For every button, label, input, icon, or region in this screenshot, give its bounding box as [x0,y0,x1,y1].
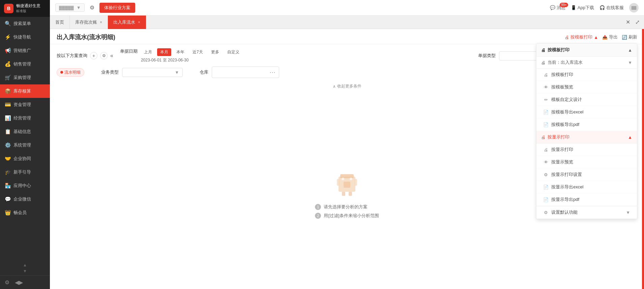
sidebar-item-member[interactable]: 👑 畅会员 [0,206,50,219]
filter-settings-button[interactable]: ⚙ [100,52,108,59]
date-btn-current-year[interactable]: 本年 [173,48,187,56]
panel-item-display-pdf[interactable]: 📄 按显示导出pdf [536,193,637,206]
sidebar-item-label: 营销推广 [13,48,31,54]
message-badge: 99+ [560,3,568,7]
date-btn-custom[interactable]: 自定义 [224,48,242,56]
sidebar-item-wechat[interactable]: 💬 企业微信 [0,192,50,206]
top-bar-left: ▓▓▓▓▓ ▼ ⚙ 体验行业方案 [55,3,546,13]
sidebar-item-label: 畅会员 [13,210,27,216]
sidebar-item-operation[interactable]: 📊 经营管理 [0,111,50,125]
user-selector[interactable]: ▓▓▓▓▓ ▼ [55,3,85,12]
scroll-up-arrow[interactable]: ▲ [22,262,28,268]
template-pdf-label: 按模板导出pdf [551,122,579,128]
refresh-button[interactable]: 🔄 刷新 [622,34,637,40]
svg-rect-2 [344,182,350,188]
page-title: 出入库流水(流水明细) [57,33,115,41]
gear-button[interactable]: ⚙ [87,3,97,12]
refresh-icon: 🔄 [622,35,627,40]
sidebar-item-finance[interactable]: 💳 资金管理 [0,98,50,111]
collapse-more-button[interactable]: ∧ 收起更多条件 [333,83,361,89]
tab-batch-account-close[interactable]: × [100,20,102,25]
tip-num-2: 2 [315,213,321,219]
panel-item-template-preview[interactable]: 👁 按模板预览 [536,81,637,94]
tab-flow[interactable]: 出入库流水 × [108,16,146,29]
display-excel-icon: 📄 [543,185,549,190]
sidebar-item-basic[interactable]: 📋 基础信息 [0,125,50,138]
sidebar-item-marketing[interactable]: 📢 营销推广 [0,44,50,57]
warehouse-select[interactable]: ⋯ [212,67,279,78]
default-settings-label: 设置默认功能 [551,209,578,215]
collapse-button[interactable]: « [110,53,113,59]
sidebar-item-newbie[interactable]: 🎓 新手引导 [0,165,50,179]
date-btn-current-month[interactable]: 本月 [157,48,171,56]
sidebar-item-appstore[interactable]: 🏪 应用中心 [0,179,50,192]
settings-bottom-icon[interactable]: ⚙ [5,279,9,286]
sidebar-item-label: 搜索菜单 [13,21,31,27]
panel-footer-default[interactable]: ⚙ 设置默认功能 ▼ [536,206,637,219]
panel-item-template-pdf[interactable]: 📄 按模板导出pdf [536,119,637,131]
scroll-down-arrow[interactable]: ▼ [22,268,28,274]
panel-group-header-display[interactable]: 🖨 按显示打印 ▲ [536,131,637,143]
wechat-icon: 💬 [5,196,11,202]
print-button[interactable]: 🖨 按模板打印 ▲ [565,34,598,40]
purchase-icon: 🛒 [5,75,11,81]
toggle-sidebar-icon[interactable]: ◀▶ [15,279,23,286]
display-preview-label: 按显示预览 [551,159,573,165]
tip-num-1: 1 [315,204,321,210]
panel-item-display-print[interactable]: 🖨 按显示打印 [536,143,637,156]
template-excel-label: 按模板导出excel [551,109,583,115]
message-icon: 💬 [550,5,555,10]
basic-icon: 📋 [5,129,11,135]
tab-batch-account[interactable]: 库存批次账 × [70,16,108,29]
sidebar-item-purchase[interactable]: 🛒 采购管理 [0,71,50,84]
panel-item-template-excel[interactable]: 📄 按模板导出excel [536,106,637,119]
user-avatar[interactable]: ▓▓ [629,3,639,12]
right-edge-bar[interactable] [642,29,644,289]
current-icon: 🖨 [541,60,546,65]
date-btn-more[interactable]: 更多 [208,48,222,56]
tab-flow-close[interactable]: × [138,20,140,25]
panel-title: 🖨 按模板打印 [541,47,569,53]
user-selector-text: ▓▓▓▓▓ [59,5,74,10]
svg-rect-5 [337,179,340,186]
tabs-bar: 首页 库存批次账 × 出入库流水 × ✕ ⤢ [50,16,644,29]
app-download-button[interactable]: 📱 App下载 [571,5,594,11]
panel-header: 🖨 按模板打印 ▲ [536,44,637,57]
industry-solution-button[interactable]: 体验行业方案 [99,3,135,13]
sidebar-item-quick-nav[interactable]: ⚡ 快捷导航 [0,30,50,44]
panel-item-template-custom[interactable]: ✏ 模板自定义设计 [536,94,637,106]
business-type-select[interactable]: ▼ [122,68,183,77]
close-win-button[interactable]: ✕ [624,18,632,26]
empty-tip-1-text: 请先选择要分析的方案 [324,204,368,210]
panel-sub-header: 🖨 当前：出入库流水 ▼ [536,57,637,69]
sidebar-item-sales[interactable]: 💰 销售管理 [0,57,50,71]
date-range-text: 2023-06-01 至 2023-06-30 [141,57,242,63]
online-service-button[interactable]: 🎧 在线客服 [599,5,624,11]
panel-item-display-settings[interactable]: ⚙ 按显示打印设置 [536,168,637,181]
panel-item-template-print[interactable]: 🖨 按模板打印 [536,69,637,81]
message-button[interactable]: 💬 消息 99+ [550,5,565,11]
sidebar-item-inventory[interactable]: 📦 库存核算 [0,84,50,98]
sidebar-item-system[interactable]: ⚙️ 系统管理 [0,138,50,152]
main-content: ▓▓▓▓▓ ▼ ⚙ 体验行业方案 💬 消息 99+ 📱 App下载 🎧 在线客服… [50,0,644,289]
panel-collapse-icon[interactable]: ▲ [628,48,632,53]
sidebar-item-search[interactable]: 🔍 搜索菜单 [0,17,50,30]
logo-title: 畅捷通好生意 [16,3,40,9]
panel-item-display-preview[interactable]: 👁 按显示预览 [536,156,637,168]
export-button[interactable]: 📤 导出 [602,34,618,40]
page-actions: 🖨 按模板打印 ▲ 📤 导出 🔄 刷新 [565,34,637,40]
date-btn-last-7[interactable]: 近7天 [189,48,206,56]
add-filter-button[interactable]: + [90,52,97,59]
tab-batch-account-label: 库存批次账 [75,19,97,25]
inventory-icon: 📦 [5,88,11,94]
page-area: 出入库流水(流水明细) 🖨 按模板打印 ▲ 📤 导出 🔄 刷新 [50,29,644,289]
filter-tag[interactable]: 流水明细 [57,68,84,77]
panel-item-display-excel[interactable]: 📄 按显示导出excel [536,181,637,193]
template-pdf-icon: 📄 [543,122,549,127]
chevron-down-icon: ▼ [77,5,81,10]
current-arrow-icon[interactable]: ▼ [628,60,632,65]
sidebar-item-collab[interactable]: 🤝 企业协同 [0,152,50,165]
date-btn-last-month[interactable]: 上月 [141,48,155,56]
maximize-win-button[interactable]: ⤢ [633,18,641,26]
tab-home[interactable]: 首页 [50,16,70,29]
